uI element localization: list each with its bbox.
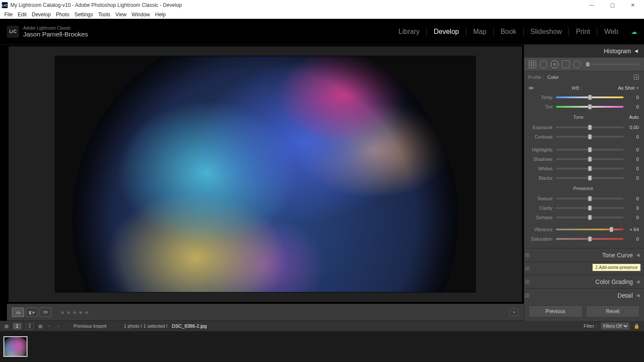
color-grading-panel-header[interactable]: 2.Add-some-presence xyxy=(524,262,644,275)
dehaze-value[interactable]: 0 xyxy=(623,215,639,220)
contrast-slider[interactable] xyxy=(556,136,623,138)
crop-tool-icon[interactable] xyxy=(529,60,536,68)
main-window-chip[interactable]: 1 xyxy=(13,323,21,329)
module-print[interactable]: Print xyxy=(568,28,597,36)
close-button[interactable]: ✕ xyxy=(628,2,638,8)
panel-toggle-icon[interactable] xyxy=(525,266,529,271)
menu-develop[interactable]: Develop xyxy=(29,11,53,18)
tone-curve-label: Tone Curve xyxy=(602,252,633,259)
panel-toggle-icon[interactable] xyxy=(525,293,529,298)
shadows-slider[interactable] xyxy=(556,158,623,160)
radial-filter-icon[interactable] xyxy=(573,60,581,68)
menu-window[interactable]: Window xyxy=(129,11,153,18)
module-web[interactable]: Web xyxy=(597,28,625,36)
shadows-value[interactable]: 0 xyxy=(623,157,639,162)
filter-label: Filter : xyxy=(583,323,597,329)
menu-help[interactable]: Help xyxy=(152,11,168,18)
menu-edit[interactable]: Edit xyxy=(15,11,29,18)
menu-bar: File Edit Develop Photo Settings Tools V… xyxy=(0,10,644,19)
sync-cloud-icon[interactable]: ☁ xyxy=(631,28,637,35)
color-grading-panel-header-2[interactable]: Color Grading ◀ xyxy=(524,275,644,288)
module-book[interactable]: Book xyxy=(493,28,523,36)
wb-dropdown-icon[interactable]: ▾ xyxy=(636,85,639,91)
module-develop[interactable]: Develop xyxy=(426,28,466,36)
texture-slider[interactable] xyxy=(556,198,623,199)
tone-curve-panel-header[interactable]: Tone Curve ◀ xyxy=(524,248,644,262)
blacks-slider[interactable] xyxy=(556,177,623,179)
reset-button[interactable]: Reset xyxy=(586,305,640,317)
vibrance-slider[interactable] xyxy=(556,229,623,230)
app-icon: LrC xyxy=(2,2,8,8)
graduated-filter-icon[interactable] xyxy=(562,60,570,68)
filter-lock-icon[interactable]: 🔒 xyxy=(634,323,640,329)
before-after-lr-button[interactable]: ◧▾ xyxy=(26,308,38,317)
redeye-tool-icon[interactable] xyxy=(551,60,559,68)
texture-value[interactable]: 0 xyxy=(623,196,639,201)
toolbar-options-dropdown[interactable]: ▾ xyxy=(509,308,519,316)
tint-slider[interactable] xyxy=(556,106,623,108)
highlights-slider[interactable] xyxy=(556,149,623,151)
spot-removal-icon[interactable] xyxy=(540,60,547,68)
profile-label: Profile : xyxy=(528,75,547,80)
filename-label: DSC_8386-2.jpg xyxy=(172,323,207,329)
menu-view[interactable]: View xyxy=(113,11,129,18)
histogram-label: Histogram xyxy=(604,48,631,54)
contrast-value[interactable]: 0 xyxy=(623,134,639,139)
filter-select[interactable]: Filters Off xyxy=(601,323,629,329)
grid-view-icon[interactable]: ▦ xyxy=(38,323,43,329)
loupe-view-button[interactable]: ▭ xyxy=(12,308,24,317)
wb-value[interactable]: As Shot xyxy=(618,85,635,90)
module-map[interactable]: Map xyxy=(466,28,493,36)
panel-toggle-icon[interactable] xyxy=(525,253,529,257)
before-after-tb-button[interactable]: ⧉▾ xyxy=(39,308,52,317)
vibrance-value[interactable]: + 64 xyxy=(623,227,639,232)
second-window-icon[interactable]: ▦ xyxy=(4,323,9,329)
collapse-icon: ◀ xyxy=(635,48,638,53)
left-panel-collapsed[interactable] xyxy=(0,45,7,321)
loupe-view[interactable] xyxy=(9,46,522,302)
profile-browser-icon[interactable] xyxy=(634,75,639,80)
preview-image xyxy=(55,56,476,293)
nav-forward-icon[interactable]: → xyxy=(56,323,61,329)
expand-icon: ◀ xyxy=(636,253,640,257)
whites-slider[interactable] xyxy=(556,168,623,169)
exposure-value[interactable]: 0.00 xyxy=(623,125,639,130)
previous-button[interactable]: Previous xyxy=(529,305,583,317)
menu-photo[interactable]: Photo xyxy=(53,11,72,18)
wb-eyedropper-icon[interactable]: ✎ xyxy=(526,83,537,93)
nav-back-icon[interactable]: ← xyxy=(47,323,52,329)
temp-slider[interactable] xyxy=(556,97,623,98)
tint-value[interactable]: 0 xyxy=(623,104,639,109)
rating-stars[interactable]: ★★★★★ xyxy=(60,309,90,316)
saturation-value[interactable]: 0 xyxy=(623,236,639,241)
exposure-slider[interactable] xyxy=(556,127,623,128)
maximize-button[interactable]: ▢ xyxy=(607,2,617,8)
minimize-button[interactable]: — xyxy=(586,2,597,8)
highlights-value[interactable]: 0 xyxy=(623,147,639,152)
menu-file[interactable]: File xyxy=(2,11,15,18)
mask-slider[interactable] xyxy=(586,63,640,65)
tone-section-label: Tone xyxy=(528,115,629,120)
module-library[interactable]: Library xyxy=(392,28,426,36)
brand-line1: Adobe Lightroom Classic xyxy=(23,26,88,30)
module-slideshow[interactable]: Slideshow xyxy=(523,28,569,36)
filmstrip: ▦ 1 2 ▦ ← → Previous Import 1 photo / 1 … xyxy=(0,321,644,362)
panel-toggle-icon[interactable] xyxy=(525,280,529,284)
menu-settings[interactable]: Settings xyxy=(72,11,95,18)
clarity-slider[interactable] xyxy=(556,207,623,209)
dehaze-slider[interactable] xyxy=(556,217,623,218)
blacks-value[interactable]: 0 xyxy=(623,175,639,181)
clarity-value[interactable]: 0 xyxy=(623,205,639,211)
highlights-label: Highlights xyxy=(528,147,556,152)
histogram-panel-header[interactable]: Histogram ◀ xyxy=(524,45,644,57)
whites-value[interactable]: 0 xyxy=(623,166,639,171)
filmstrip-thumbnail[interactable] xyxy=(3,336,27,357)
detail-panel-header[interactable]: Detail ◀ xyxy=(524,288,644,302)
menu-tools[interactable]: Tools xyxy=(96,11,113,18)
saturation-slider[interactable] xyxy=(556,238,623,240)
profile-value[interactable]: Color xyxy=(547,75,559,80)
auto-tone-button[interactable]: Auto xyxy=(629,115,639,120)
second-window-chip[interactable]: 2 xyxy=(26,323,34,329)
source-label[interactable]: Previous Import xyxy=(73,323,106,329)
temp-value[interactable]: 0 xyxy=(623,95,639,100)
